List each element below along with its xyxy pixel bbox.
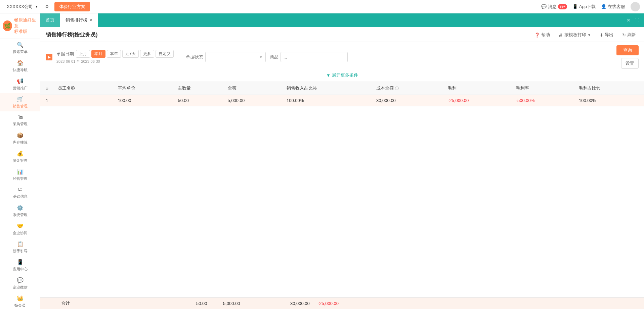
filter-settings-button[interactable]: 设置 xyxy=(621,58,639,69)
page-body: 销售排行榜(按业务员) ❓ 帮助 🖨 按模板打印 ▼ ⬇ 导出 xyxy=(40,27,644,309)
goods-filter-group: 商品 ... xyxy=(270,52,348,62)
marketing-icon: 📢 xyxy=(17,78,24,84)
sidebar-item-app-center[interactable]: 📱 应用中心 xyxy=(0,256,40,274)
online-service-button[interactable]: 👤 在线客服 xyxy=(601,4,625,10)
prev-month-button[interactable]: 上月 xyxy=(76,50,90,58)
sidebar-item-sales[interactable]: 🛒 销售管理 xyxy=(0,93,40,111)
sidebar-item-quick-nav[interactable]: 🏠 快捷导航 xyxy=(0,57,40,75)
current-year-button[interactable]: 本年 xyxy=(107,50,121,58)
wechat-icon: 💬 xyxy=(17,277,24,284)
tab-bar: 首页 销售排行榜 ✕ ✕ ⛶ xyxy=(40,13,644,27)
custom-button[interactable]: 自定义 xyxy=(156,50,174,58)
message-button[interactable]: 💬 消息 99+ xyxy=(541,4,567,10)
sidebar-item-purchase[interactable]: 🛍 采购管理 xyxy=(0,111,40,130)
app-download-label: App下载 xyxy=(579,4,596,10)
main-content: 首页 销售排行榜 ✕ ✕ ⛶ 销售排行榜(按业务员) ❓ 帮助 xyxy=(40,13,644,309)
avatar[interactable] xyxy=(631,2,640,11)
col-avg-price: 平均单价 xyxy=(114,82,174,95)
cell-name xyxy=(54,95,114,106)
status-filter-group: 单据状态 ▼ xyxy=(186,52,266,62)
sidebar-item-inventory[interactable]: 📦 库存核算 xyxy=(0,130,40,148)
sidebar-item-member[interactable]: 👑 畅会员 xyxy=(0,293,40,309)
date-range-text: 2023-06-01 至 2023-06-30 xyxy=(56,59,174,64)
more-button[interactable]: 更多 xyxy=(140,50,154,58)
expand-more-label: 展开更多条件 xyxy=(332,72,358,78)
status-select[interactable]: ▼ xyxy=(205,52,266,62)
system-icon: ⚙️ xyxy=(17,205,24,211)
settings-gear-button[interactable]: ⚙ xyxy=(42,2,52,11)
table-header-row: ☆ 员工名称 平均单价 主数量 全额 销售收入占比% 成本全额 ⓘ 毛利 毛利率… xyxy=(40,82,644,95)
cell-gross-rate: -500.00% xyxy=(512,95,575,106)
cell-gross-pct: 100.00% xyxy=(575,95,644,106)
sidebar-item-operations[interactable]: 📊 经营管理 xyxy=(0,166,40,184)
current-month-button[interactable]: 本月 xyxy=(91,50,105,58)
sidebar-label-sales: 销售管理 xyxy=(13,104,28,109)
page-title: 销售排行榜(按业务员) xyxy=(46,32,98,39)
table-container: ☆ 员工名称 平均单价 主数量 全额 销售收入占比% 成本全额 ⓘ 毛利 毛利率… xyxy=(40,82,644,297)
help-icon: ❓ xyxy=(534,33,540,38)
tab-home-label: 首页 xyxy=(46,17,54,23)
date-buttons: 上月 本月 本年 近7天 更多 自定义 xyxy=(76,50,174,58)
filter-expand-button[interactable]: ▶ xyxy=(46,54,52,60)
main-layout: 🌿 畅康通好生意 标准版 🔍 搜索菜单 🏠 快捷导航 📢 营销推广 🛒 销售管理… xyxy=(0,13,644,309)
sidebar-label-marketing: 营销推广 xyxy=(13,86,28,91)
cell-cost: 30,000.00 xyxy=(372,95,444,106)
tab-sales-rank[interactable]: 销售排行榜 ✕ xyxy=(60,13,98,27)
search-button[interactable]: 查询 xyxy=(616,45,639,55)
template-print-button[interactable]: 🖨 按模板打印 ▼ xyxy=(556,31,594,39)
sidebar-item-finance[interactable]: 💰 资金管理 xyxy=(0,148,40,166)
sidebar-item-guide[interactable]: 📋 新手引导 xyxy=(0,238,40,256)
sidebar-label-inventory: 库存核算 xyxy=(13,140,28,145)
sidebar-label-search: 搜索菜单 xyxy=(13,49,28,54)
refresh-icon: ↻ xyxy=(622,33,626,38)
table-footer: 合计 50.00 5,000.00 30,000.00 -25,000.00 xyxy=(40,297,644,309)
cell-main-qty: 50.00 xyxy=(174,95,223,106)
sidebar-item-search[interactable]: 🔍 搜索菜单 xyxy=(0,39,40,57)
app-download-button[interactable]: 📱 App下载 xyxy=(572,4,596,10)
tab-close-icon[interactable]: ✕ xyxy=(89,18,92,22)
cell-rank: 1 xyxy=(40,95,54,106)
operations-icon: 📊 xyxy=(17,168,24,175)
sidebar-label-enterprise: 企业协同 xyxy=(13,230,28,236)
expand-more-button[interactable]: ▼ 展开更多条件 xyxy=(326,72,358,78)
template-print-label: 按模板打印 xyxy=(564,32,586,38)
filter-row-main: ▶ 单据日期 上月 本月 本年 近7天 更多 自定义 xyxy=(46,45,639,69)
tab-maximize-icon[interactable]: ⛶ xyxy=(633,16,641,24)
col-gross: 毛利 xyxy=(444,82,512,95)
col-sales-pct: 销售收入占比% xyxy=(283,82,372,95)
sidebar-label-system: 系统管理 xyxy=(13,212,28,217)
sidebar-label-wechat: 企业微信 xyxy=(13,285,28,290)
goods-placeholder: ... xyxy=(284,55,287,60)
export-button[interactable]: ⬇ 导出 xyxy=(597,31,616,39)
cell-amount: 5,000.00 xyxy=(224,95,283,106)
page-title-bar: 销售排行榜(按业务员) ❓ 帮助 🖨 按模板打印 ▼ ⬇ 导出 xyxy=(40,27,644,42)
col-rank: ☆ xyxy=(40,82,54,95)
header-right: 💬 消息 99+ 📱 App下载 👤 在线客服 xyxy=(541,2,640,11)
sidebar-item-basic-info[interactable]: 🗂 基础信息 xyxy=(0,184,40,202)
help-label: 帮助 xyxy=(541,32,550,38)
logo-icon: 🌿 xyxy=(3,20,12,31)
message-label: 消息 xyxy=(548,4,557,10)
tab-close-window-icon[interactable]: ✕ xyxy=(625,16,633,24)
inventory-icon: 📦 xyxy=(17,132,24,139)
goods-input[interactable]: ... xyxy=(281,52,348,62)
last7days-button[interactable]: 近7天 xyxy=(122,50,139,58)
sidebar-item-marketing[interactable]: 📢 营销推广 xyxy=(0,75,40,93)
tab-home[interactable]: 首页 xyxy=(40,13,60,27)
sidebar-item-wechat[interactable]: 💬 企业微信 xyxy=(0,274,40,293)
filter-area: ▶ 单据日期 上月 本月 本年 近7天 更多 自定义 xyxy=(40,42,644,82)
sidebar-label-member: 畅会员 xyxy=(14,303,26,308)
company-dropdown-icon: ▼ xyxy=(35,5,38,8)
basic-info-icon: 🗂 xyxy=(17,187,23,193)
sidebar-logo: 🌿 畅康通好生意 标准版 xyxy=(0,13,40,39)
refresh-button[interactable]: ↻ 刷新 xyxy=(619,31,639,39)
expand-row: ▼ 展开更多条件 xyxy=(46,71,639,78)
sidebar-item-enterprise[interactable]: 🤝 企业协同 xyxy=(0,220,40,238)
sidebar: 🌿 畅康通好生意 标准版 🔍 搜索菜单 🏠 快捷导航 📢 营销推广 🛒 销售管理… xyxy=(0,13,40,309)
sidebar-item-system[interactable]: ⚙️ 系统管理 xyxy=(0,202,40,220)
cell-avg-price: 100.00 xyxy=(114,95,174,106)
help-button[interactable]: ❓ 帮助 xyxy=(532,31,553,39)
cell-gross: -25,000.00 xyxy=(444,95,512,106)
trial-button[interactable]: 体验行业方案 xyxy=(54,2,90,11)
company-selector[interactable]: XXXXXX公司 ▼ xyxy=(4,2,41,11)
